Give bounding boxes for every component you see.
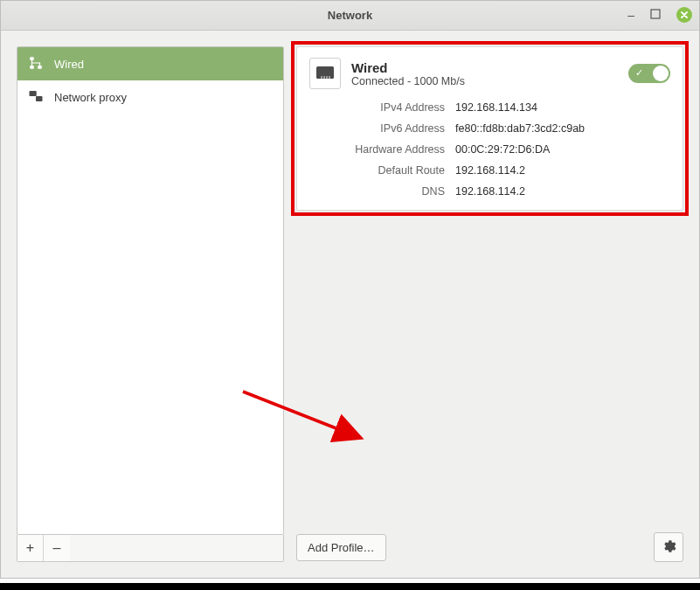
hardware-address: 00:0C:29:72:D6:DA: [455, 143, 670, 156]
add-profile-button[interactable]: Add Profile…: [296, 534, 386, 561]
window-title: Network: [328, 9, 372, 22]
remove-connection-button[interactable]: –: [44, 535, 70, 561]
wired-status: Connected - 1000 Mb/s: [351, 75, 465, 87]
sidebar: Wired Network proxy + –: [17, 46, 284, 562]
wired-toggle[interactable]: ✓: [628, 64, 670, 83]
check-icon: ✓: [635, 67, 643, 79]
minus-icon: –: [53, 540, 61, 556]
titlebar: Network –: [1, 1, 699, 31]
proxy-icon: [28, 88, 44, 107]
svg-rect-1: [30, 57, 34, 60]
dns: 192.168.114.2: [455, 185, 670, 198]
sidebar-item-network-proxy[interactable]: Network proxy: [17, 80, 283, 114]
ipv6-address: fe80::fd8b:dab7:3cd2:c9ab: [455, 122, 670, 135]
minimize-button[interactable]: –: [627, 9, 634, 21]
svg-rect-5: [36, 96, 43, 101]
svg-rect-2: [38, 66, 42, 69]
close-button[interactable]: [676, 7, 692, 23]
svg-rect-4: [30, 91, 37, 96]
plus-icon: +: [26, 540, 34, 556]
wired-card: Wired Connected - 1000 Mb/s ✓ IPv4 Addre…: [296, 46, 683, 211]
sidebar-item-label: Wired: [54, 58, 84, 71]
add-connection-button[interactable]: +: [17, 535, 44, 561]
gear-icon: [661, 538, 676, 557]
detail-key: DNS: [309, 185, 445, 198]
sidebar-item-label: Network proxy: [54, 91, 127, 104]
sidebar-item-wired[interactable]: Wired: [17, 47, 283, 80]
ethernet-icon: [309, 58, 341, 89]
settings-button[interactable]: [654, 532, 683, 562]
svg-rect-3: [30, 66, 34, 69]
wired-title: Wired: [351, 60, 465, 75]
ipv4-address: 192.168.114.134: [455, 101, 670, 114]
detail-key: Default Route: [309, 164, 445, 177]
sidebar-toolbar: + –: [17, 535, 284, 562]
detail-key: Hardware Address: [309, 143, 445, 156]
maximize-button[interactable]: [650, 9, 661, 21]
default-route: 192.168.114.2: [455, 164, 670, 177]
wired-network-icon: [28, 55, 44, 73]
detail-key: IPv4 Address: [309, 101, 445, 114]
detail-key: IPv6 Address: [309, 122, 445, 135]
svg-rect-0: [651, 10, 660, 18]
